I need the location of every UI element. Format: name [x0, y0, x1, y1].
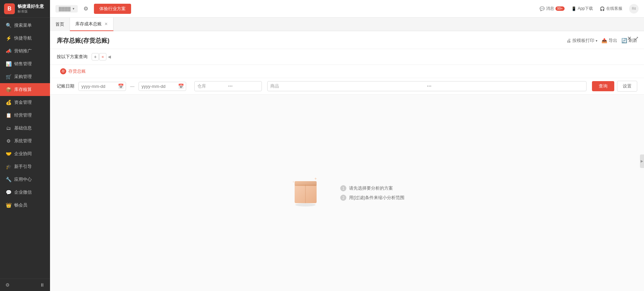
avatar-text: Rit: [632, 7, 636, 10]
sidebar-system-icon: ⚙: [5, 138, 11, 144]
app-download-action[interactable]: 📱 App下载: [571, 6, 593, 11]
date-end-input[interactable]: [139, 82, 176, 91]
empty-hint-2: 2 用[过滤]条件来缩小分析范围: [340, 195, 404, 201]
sidebar-marketing-label: 营销推广: [14, 48, 32, 54]
sidebar-item-purchase[interactable]: 🛒 采购管理: [0, 70, 50, 83]
panel-expand-button[interactable]: ⤢: [634, 35, 639, 42]
page-header: 库存总账(存货总账) 🖨 按模板打印 ▾ 📤 导出 🔄 刷新: [50, 31, 644, 49]
warehouse-label: 仓库: [197, 83, 228, 89]
download-icon: 📱: [571, 6, 576, 11]
app-logo-text: 畅捷通好生意 标准版: [18, 4, 44, 14]
sidebar-item-system[interactable]: ⚙ 系统管理: [0, 135, 50, 147]
print-template-button[interactable]: 🖨 按模板打印 ▾: [566, 38, 597, 44]
message-badge: 99+: [555, 6, 565, 11]
side-handle-icon: ▶: [641, 159, 643, 163]
sidebar-item-shortcut[interactable]: ⚡ 快捷导航: [0, 32, 50, 45]
user-name: ▓▓▓▓: [59, 6, 71, 11]
tab-home-label: 首页: [55, 21, 64, 27]
goods-input[interactable]: 商品 ···: [267, 81, 587, 91]
filter-collapse-button[interactable]: «: [99, 53, 106, 60]
message-icon: 💬: [540, 6, 545, 11]
hint-num-1: 1: [340, 185, 346, 191]
sidebar-sales-label: 销售管理: [14, 61, 32, 67]
sidebar-finance-icon: 💰: [5, 99, 11, 105]
sidebar-inventory-icon: 📦: [5, 87, 11, 93]
sidebar-system-label: 系统管理: [14, 138, 32, 144]
sidebar-inventory-label: 库存核算: [14, 87, 32, 93]
settings-icon[interactable]: ⚙: [5, 282, 10, 288]
topbar-settings-icon[interactable]: ⚙: [80, 3, 91, 14]
date-end-icon[interactable]: 📅: [176, 83, 186, 89]
online-service-action[interactable]: 🎧 在线客服: [600, 6, 622, 11]
sidebar-cooperation-icon: 🤝: [5, 151, 11, 157]
right-panel-controls: ✕ ⤢: [622, 31, 644, 46]
sidebar-sales-icon: 📊: [5, 61, 11, 67]
sidebar-search-icon: 🔍: [5, 22, 11, 28]
sidebar-item-appstore[interactable]: 🔧 应用中心: [0, 173, 50, 186]
scheme-icon: 存: [60, 68, 66, 74]
sidebar-item-inventory[interactable]: 📦 库存核算: [0, 83, 50, 96]
empty-state: ✦ ✦ 1 请先选择要分析的方案 2 用[过滤]条件来缩小分析范围: [50, 95, 644, 291]
search-button[interactable]: 查询: [592, 81, 614, 91]
panel-close-button[interactable]: ✕: [627, 35, 631, 42]
sidebar-item-operation[interactable]: 📋 经营管理: [0, 109, 50, 122]
sidebar-shortcut-label: 快捷导航: [14, 35, 32, 41]
warehouse-more-icon[interactable]: ···: [228, 83, 259, 89]
hint-text-1: 请先选择要分析的方案: [349, 185, 393, 191]
export-icon: 📤: [601, 38, 607, 43]
message-label: 消息: [546, 6, 554, 11]
user-avatar[interactable]: Rit: [629, 4, 639, 14]
sidebar-item-marketing[interactable]: 📣 营销推广: [0, 45, 50, 57]
date-start-wrap: 📅: [78, 82, 126, 91]
sidebar-item-wechat[interactable]: 💬 企业微信: [0, 186, 50, 199]
scheme-label: 存货总账: [68, 68, 86, 74]
sidebar-operation-icon: 📋: [5, 112, 11, 118]
sidebar-cooperation-label: 企业协同: [14, 151, 32, 157]
sidebar-item-search[interactable]: 🔍 搜索菜单: [0, 19, 50, 32]
sidebar-marketing-icon: 📣: [5, 48, 11, 54]
filter-arrow-icon[interactable]: ◀: [108, 54, 111, 59]
scheme-tag[interactable]: 存 存货总账: [57, 67, 89, 76]
filter-add-button[interactable]: +: [92, 53, 99, 60]
sidebar-purchase-icon: 🛒: [5, 74, 11, 80]
svg-text:✦: ✦: [314, 176, 317, 181]
user-dropdown-icon[interactable]: ▾: [73, 7, 74, 10]
sidebar-item-cooperation[interactable]: 🤝 企业协同: [0, 147, 50, 160]
sidebar-bottom: ⚙ ⏸: [0, 278, 50, 291]
export-label: 导出: [609, 38, 617, 44]
sidebar-guide-label: 新手引导: [14, 164, 32, 170]
topbar-user[interactable]: ▓▓▓▓ ▾: [55, 5, 78, 13]
goods-more-icon[interactable]: ···: [427, 83, 584, 89]
online-service-label: 在线客服: [606, 6, 622, 11]
export-button[interactable]: 📤 导出: [601, 38, 617, 44]
app-name-sub: 标准版: [18, 9, 44, 14]
sidebar-item-finance[interactable]: 💰 资金管理: [0, 96, 50, 109]
sidebar-item-member[interactable]: 👑 畅会员: [0, 199, 50, 212]
page-content: 库存总账(存货总账) 🖨 按模板打印 ▾ 📤 导出 🔄 刷新 按以下方案查: [50, 31, 644, 291]
side-handle[interactable]: ▶: [640, 154, 644, 168]
sidebar-item-sales[interactable]: 📊 销售管理: [0, 57, 50, 70]
tab-home[interactable]: 首页: [50, 18, 70, 31]
print-dropdown-icon[interactable]: ▾: [596, 39, 597, 43]
tab-inventory-cost-close[interactable]: ✕: [104, 22, 108, 26]
trial-button[interactable]: 体验行业方案: [94, 4, 131, 14]
svg-text:✦: ✦: [292, 180, 295, 184]
print-icon: 🖨: [566, 38, 571, 43]
warehouse-input[interactable]: 仓库 ···: [194, 81, 262, 91]
date-start-input[interactable]: [79, 82, 116, 91]
date-start-icon[interactable]: 📅: [116, 83, 126, 89]
sidebar-appstore-icon: 🔧: [5, 176, 11, 183]
sidebar-member-icon: 👑: [5, 202, 11, 208]
date-separator: —: [129, 84, 136, 89]
tab-inventory-cost[interactable]: 库存成本总账✕: [70, 18, 114, 31]
sidebar-item-basic[interactable]: 🗂 基础信息: [0, 122, 50, 135]
message-action[interactable]: 💬 消息 99+: [540, 6, 565, 11]
hint-text-2: 用[过滤]条件来缩小分析范围: [349, 195, 404, 201]
filter-label: 按以下方案查询: [57, 54, 88, 60]
goods-label: 商品: [270, 83, 427, 89]
collapse-icon[interactable]: ⏸: [40, 282, 45, 288]
sidebar-item-guide[interactable]: 🎓 新手引导: [0, 160, 50, 173]
tab-inventory-cost-label: 库存成本总账: [75, 21, 102, 27]
settings-button[interactable]: 设置: [617, 81, 637, 92]
sidebar-nav: 🔍 搜索菜单 ⚡ 快捷导航 📣 营销推广 📊 销售管理 🛒 采购管理 📦 库存核…: [0, 18, 50, 278]
